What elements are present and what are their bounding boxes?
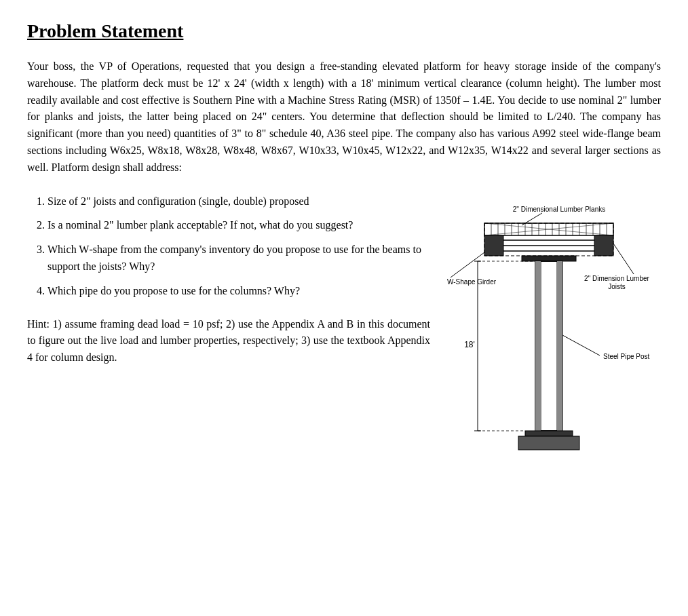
- joists-arrow-line: [613, 244, 634, 274]
- foundation: [518, 436, 579, 450]
- list-item: Which W‑shape from the company's invento…: [47, 241, 430, 275]
- structure-diagram: 2" Dimensional Lumber Planks: [444, 199, 661, 491]
- left-column: Size of 2" joists and configuration (sin…: [27, 193, 430, 366]
- girder-label: W-Shape Girder: [447, 278, 497, 286]
- diagram-container: 2" Dimensional Lumber Planks: [444, 199, 661, 494]
- height-label: 18': [464, 340, 475, 349]
- pipe-wall-left: [535, 261, 541, 431]
- hint-text: Hint: 1) assume framing dead load = 10 p…: [27, 316, 430, 366]
- base-plate: [525, 431, 573, 436]
- intro-paragraph: Your boss, the VP of Operations, request…: [27, 58, 661, 176]
- pipe-wall-right: [557, 261, 562, 431]
- list-item: Which pipe do you propose to use for the…: [47, 282, 430, 300]
- right-girder-top: [594, 235, 613, 256]
- column-cap: [522, 256, 576, 261]
- pipe-inner: [541, 261, 557, 431]
- list-item: Size of 2" joists and configuration (sin…: [47, 193, 430, 210]
- left-girder-top: [484, 235, 503, 256]
- post-arrow-line: [562, 335, 600, 355]
- girder-arrow-line: [451, 252, 484, 277]
- page-title: Problem Statement: [27, 20, 661, 42]
- question-list: Size of 2" joists and configuration (sin…: [47, 193, 430, 300]
- joists-label-2: Joists: [608, 283, 626, 290]
- content-area: Size of 2" joists and configuration (sin…: [27, 193, 661, 494]
- post-label: Steel Pipe Post: [603, 353, 650, 360]
- joists-label: 2" Dimension Lumber: [584, 275, 649, 282]
- planks-label: 2" Dimensional Lumber Planks: [513, 206, 605, 213]
- list-item: Is a nominal 2" lumber plank acceptable?…: [47, 216, 430, 234]
